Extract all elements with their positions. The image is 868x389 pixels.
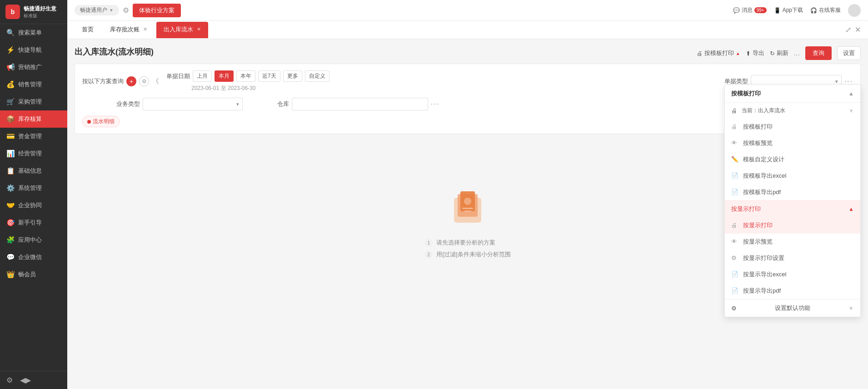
sidebar-item-corp[interactable]: 🤝企业协同	[0, 197, 67, 214]
warehouse-more[interactable]: ···	[431, 100, 439, 108]
date-btn-更多[interactable]: 更多	[283, 70, 302, 82]
dropdown-item-display-preview[interactable]: 👁按显示预览	[725, 234, 860, 250]
display-section-header[interactable]: 按显示打印 ▲	[725, 200, 860, 217]
current-template-icon: 🖨	[731, 107, 737, 114]
active-filter-tag[interactable]: 流水明细	[82, 116, 120, 127]
logo-title: 畅捷通好生意	[24, 5, 56, 13]
tabs-bar: 首页 库存批次账 ✕ 出入库流水 ✕ ⤢ ✕	[67, 21, 868, 39]
tab-flow[interactable]: 出入库流水 ✕	[156, 22, 208, 38]
message-button[interactable]: 💬 消息 99+	[733, 6, 767, 14]
biz-type-select-wrapper: ▼	[143, 98, 243, 110]
date-label: 单据日期	[166, 72, 190, 80]
dropdown-collapse-icon[interactable]: ▲	[848, 90, 854, 97]
sidebar: b 畅捷通好生意 标准版 🔍搜索菜单⚡快捷导航📢营销推广💰销售管理🛒采购管理📦库…	[0, 0, 67, 389]
gear-icon[interactable]: ⚙	[123, 6, 129, 15]
collapse-icon[interactable]: ◀▶	[20, 376, 31, 384]
date-btn-本年[interactable]: 本年	[236, 70, 255, 82]
page-toolbar: 🖨 按模板打印 ▲ ⬆ 导出 ↻ 刷新 ... 查询 设置	[697, 46, 861, 60]
template-print-label: 按模板打印	[743, 123, 773, 131]
guide-icon: 🎯	[6, 219, 15, 227]
dropdown-item-template-preview[interactable]: 👁按模板预览	[725, 135, 860, 151]
step2-label: 用[过滤]条件来缩小分析范围	[436, 250, 510, 259]
sidebar-item-label: 资金管理	[18, 132, 42, 140]
search-icon: 🔍	[6, 29, 15, 37]
sidebar-item-finance[interactable]: 💳资金管理	[0, 128, 67, 145]
footer-label: 设置默认功能	[775, 304, 810, 312]
shortcut-icon: ⚡	[6, 46, 15, 54]
trial-button[interactable]: 体验行业方案	[133, 4, 181, 17]
query-button[interactable]: 查询	[805, 46, 832, 60]
dropdown-current[interactable]: 🖨 当前：出入库流水 ▼	[725, 103, 860, 119]
maximize-icon[interactable]: ⤢	[845, 25, 851, 34]
online-service-button[interactable]: 🎧 在线客服	[810, 6, 841, 14]
dropdown-item-display-pdf[interactable]: 📄按显示导出pdf	[725, 283, 860, 299]
sidebar-item-shortcut[interactable]: ⚡快捷导航	[0, 41, 67, 59]
display-excel-label: 按显示导出excel	[743, 270, 786, 279]
dropdown-item-display-print[interactable]: 🖨按显示打印	[725, 217, 860, 234]
tab-home[interactable]: 首页	[75, 22, 101, 38]
dropdown-item-template-pdf[interactable]: 📄按模板导出pdf	[725, 184, 860, 200]
avatar[interactable]	[848, 4, 861, 17]
date-btn-上月[interactable]: 上月	[193, 70, 212, 82]
sidebar-item-appstore[interactable]: 🧩应用中心	[0, 231, 67, 249]
dropdown-title: 按模板打印	[731, 90, 761, 98]
sidebar-item-guide[interactable]: 🎯新手引导	[0, 214, 67, 231]
export-button[interactable]: ⬆ 导出	[746, 49, 764, 57]
sidebar-item-inventory[interactable]: 📦库存核算	[0, 110, 67, 128]
sidebar-item-business[interactable]: 📊经营管理	[0, 145, 67, 162]
svg-rect-5	[464, 210, 471, 212]
more-actions-button[interactable]: ...	[794, 49, 800, 57]
settings-button[interactable]: 设置	[837, 46, 861, 60]
user-info[interactable]: 畅捷通用户 ▼	[75, 5, 119, 15]
settings-icon[interactable]: ⚙	[6, 376, 13, 384]
date-btn-近7天[interactable]: 近7天	[258, 70, 280, 82]
date-btn-本月[interactable]: 本月	[215, 70, 234, 82]
warehouse-label: 仓库	[277, 100, 289, 108]
dropdown-item-template-print[interactable]: 🖨按模板打印	[725, 119, 860, 135]
tab-batch-close[interactable]: ✕	[143, 26, 147, 32]
date-btn-自定义[interactable]: 自定义	[305, 70, 329, 82]
marketing-icon: 📢	[6, 63, 15, 71]
sidebar-item-label: 经营管理	[18, 150, 42, 158]
display-pdf-label: 按显示导出pdf	[743, 287, 781, 295]
sidebar-item-marketing[interactable]: 📢营销推广	[0, 59, 67, 76]
print-template-button[interactable]: 🖨 按模板打印 ▲	[697, 49, 740, 57]
sidebar-item-label: 基础信息	[18, 167, 42, 175]
refresh-button[interactable]: ↻ 刷新	[770, 49, 788, 57]
biz-type-select[interactable]	[143, 98, 243, 110]
tab-flow-close[interactable]: ✕	[197, 26, 201, 32]
date-filter: 单据日期 上月本月本年近7天更多自定义 2023-06-01 至 2023-06…	[166, 70, 329, 92]
dropdown-item-display-settings[interactable]: ⚙按显示打印设置	[725, 250, 860, 266]
step1-num: 1	[424, 239, 433, 247]
printer-icon: 🖨	[697, 50, 703, 57]
close-tab-icon[interactable]: ✕	[855, 25, 861, 34]
footer-icon: ⚙	[731, 305, 737, 312]
sidebar-item-purchase[interactable]: 🛒采购管理	[0, 93, 67, 110]
sidebar-item-system[interactable]: ⚙️系统管理	[0, 180, 67, 197]
phone-icon: 📱	[774, 7, 781, 14]
filter-collapse-icon[interactable]: 《	[152, 77, 159, 86]
template-custom-icon: ✏️	[731, 156, 738, 163]
sidebar-item-label: 库存核算	[18, 115, 42, 123]
display-section-label: 按显示打印	[731, 205, 761, 213]
tab-batch[interactable]: 库存批次账 ✕	[103, 22, 155, 38]
dropdown-item-display-excel[interactable]: 📄按显示导出excel	[725, 266, 860, 283]
filter-title: 按以下方案查询	[82, 77, 124, 85]
sidebar-item-member[interactable]: 👑畅会员	[0, 266, 67, 283]
filter-config-button[interactable]: ⚙	[139, 76, 149, 86]
empty-step-2: 2 用[过滤]条件来缩小分析范围	[424, 250, 510, 259]
template-items-group: 🖨按模板打印👁按模板预览✏️模板自定义设计📄按模板导出excel📄按模板导出pd…	[725, 119, 860, 200]
sidebar-item-search[interactable]: 🔍搜索菜单	[0, 24, 67, 41]
date-range: 2023-06-01 至 2023-06-30	[191, 85, 255, 92]
sidebar-item-label: 企业微信	[18, 253, 42, 261]
app-download-button[interactable]: 📱 App下载	[774, 6, 803, 14]
sidebar-item-sales[interactable]: 💰销售管理	[0, 76, 67, 93]
logo-tag: 标准版	[24, 13, 56, 19]
sidebar-item-base[interactable]: 📋基础信息	[0, 162, 67, 180]
current-template-label: 当前：出入库流水	[742, 107, 785, 115]
dropdown-item-template-custom[interactable]: ✏️模板自定义设计	[725, 151, 860, 168]
sidebar-item-wechat[interactable]: 💬企业微信	[0, 249, 67, 266]
dropdown-item-template-excel[interactable]: 📄按模板导出excel	[725, 168, 860, 184]
filter-add-button[interactable]: +	[126, 76, 136, 86]
dropdown-footer[interactable]: ⚙ 设置默认功能 ▼	[725, 299, 860, 317]
